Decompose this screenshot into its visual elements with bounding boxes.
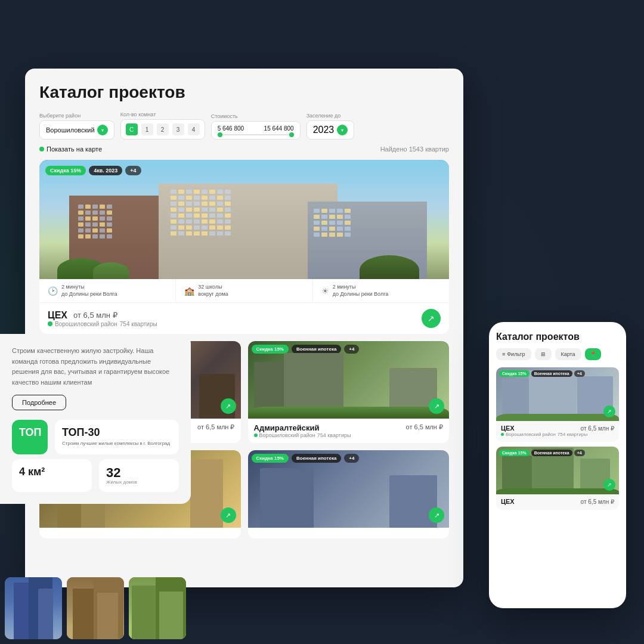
mobile-location-btn[interactable]: 📍 — [585, 348, 601, 360]
small-tag-more-2: +4 — [344, 345, 359, 354]
bottom-photo-2 — [67, 577, 124, 639]
gold-tower-3 — [97, 593, 118, 639]
room-btn-3[interactable]: 3 — [172, 123, 184, 135]
district-select[interactable]: Ворошиловский ▾ — [39, 120, 114, 140]
main-property-card[interactable]: Скидка 15% 4кв. 2023 +4 🕑 2 минуты до До… — [39, 160, 449, 334]
small-card-4-body — [248, 528, 450, 538]
main-property-tags: Скидка 15% 4кв. 2023 +4 — [45, 166, 141, 175]
small-card-4-image: Скидка 15% Военная ипотека +4 ↗ — [248, 450, 450, 528]
chip-schools-line2: вокруг дома — [198, 291, 228, 298]
discount-tag: Скидка 15% — [45, 166, 86, 175]
price-label: Стоимость — [211, 113, 301, 119]
location-icon: 📍 — [590, 351, 596, 357]
mobile-prop-1-body: ЦЕХ от 6,5 млн ₽ Ворошиловский район 754… — [496, 421, 619, 442]
card4-building1 — [260, 468, 314, 528]
mobile-prop-2-name: ЦЕХ — [501, 498, 515, 505]
small-card-3-body — [39, 528, 241, 538]
stats-row-2: 4 км² 32 Жилых домов — [12, 459, 179, 492]
small-card-4[interactable]: Скидка 15% Военная ипотека +4 ↗ — [248, 450, 450, 538]
year-filter[interactable]: 2023 ▾ — [306, 120, 354, 140]
property-info-strip: 🕑 2 минуты до Долины реки Волга 🏫 32 шко… — [39, 279, 449, 303]
year-filter-group: Заселение до 2023 ▾ — [306, 113, 354, 140]
mobile-prop-1-name: ЦЕХ — [501, 425, 515, 432]
room-btn-2[interactable]: 2 — [157, 123, 169, 135]
small-card-2-body: Адмиралтейский от 6,5 млн ₽ Ворошиловски… — [248, 419, 450, 443]
mobile-prop-card-1[interactable]: Скидка 15% Военная ипотека +4 ↗ ЦЕХ от 6… — [496, 367, 619, 442]
card3-building3 — [190, 459, 223, 528]
rooms-filter-group: Кол-во комнат С 1 2 3 4 — [120, 112, 205, 140]
filter-bar: Выберите район Ворошиловский ▾ Кол-во ко… — [39, 112, 449, 140]
mobile-map-btn[interactable]: Карта — [555, 348, 581, 360]
houses-card: 32 Жилых домов — [99, 459, 179, 492]
mobile-filter-btn[interactable]: ≡ Фильтр — [496, 348, 531, 360]
area-value: 4 км² — [19, 466, 85, 477]
quarter-tag: 4кв. 2023 — [89, 166, 122, 175]
small-card-2-image: Скидка 15% Военная ипотека +4 ↗ — [248, 341, 450, 419]
card2-trees — [248, 407, 450, 419]
main-property-arrow-btn[interactable]: ↗ — [422, 309, 441, 328]
mobile-prop-1-meta: Ворошиловский район 754 квартиры — [501, 432, 614, 437]
rooms-filter: С 1 2 3 4 — [120, 119, 205, 140]
small-tag-discount-2: Скидка 15% — [252, 345, 289, 354]
mobile-prop-card-2[interactable]: Скидка 15% Военная ипотека +4 ↗ ЦЕХ от 6… — [496, 447, 619, 510]
mobile-district-1: Ворошиловский район — [506, 432, 556, 437]
building-illustration — [39, 160, 449, 279]
details-button[interactable]: Подробнее — [12, 395, 66, 410]
tree-2 — [93, 262, 129, 279]
clock-icon: 🕑 — [48, 286, 58, 296]
small-tag-discount-4: Скидка 15% — [252, 454, 289, 463]
top30-value: ТОП-30 — [62, 427, 172, 438]
mob-tag-mortgage-2: Военная ипотека — [531, 450, 572, 456]
show-map-button[interactable]: Показать на карте — [39, 145, 102, 153]
district-label: Выберите район — [39, 113, 114, 119]
desktop-card: Каталог проектов Выберите район Ворошило… — [25, 69, 463, 587]
mobile-prop-1-price: от 6,5 млн ₽ — [581, 425, 614, 432]
grid-icon: ⊞ — [541, 351, 546, 357]
mob-tag-discount-1: Скидка 15% — [499, 370, 530, 377]
year-label: Заселение до — [306, 113, 354, 119]
main-property-image: Скидка 15% 4кв. 2023 +4 — [39, 160, 449, 279]
green-tower-1 — [132, 586, 159, 639]
small-card-4-arrow[interactable]: ↗ — [429, 507, 444, 523]
room-btn-1[interactable]: 1 — [141, 123, 153, 135]
district-filter-group: Выберите район Ворошиловский ▾ — [39, 113, 114, 140]
mobile-page-title: Каталог проектов — [496, 332, 619, 342]
small-card-2-meta: Ворошиловский район 754 квартиры — [254, 432, 444, 438]
small-card-2-name: Адмиралтейский — [254, 423, 320, 432]
mobile-grid-btn[interactable]: ⊞ — [535, 348, 552, 360]
top-badge-text: ТОП — [19, 427, 41, 438]
room-btn-studio[interactable]: С — [126, 123, 138, 135]
small-card-1-arrow[interactable]: ↗ — [221, 398, 236, 414]
small-card-2[interactable]: Скидка 15% Военная ипотека +4 ↗ Адмиралт… — [248, 341, 450, 443]
houses-label: Жилых домов — [106, 479, 172, 485]
info-chip-schools: 🏫 32 школы вокруг дома — [176, 279, 312, 302]
mobile-card-1-arrow[interactable]: ↗ — [603, 405, 615, 417]
chip-sun-line1: 2 минуты — [333, 284, 389, 291]
show-map-label: Показать на карте — [47, 145, 102, 153]
price-slider — [218, 134, 294, 135]
year-value: 2023 — [313, 125, 335, 135]
mobile-apts-1: 754 квартиры — [558, 432, 587, 437]
small-card-2-dot — [254, 434, 258, 437]
mobile-prop-2-price: от 6,5 млн ₽ — [581, 499, 614, 505]
small-card-2-price: от 6,5 млн ₽ — [406, 423, 443, 431]
chip-time1-line1: 2 минуты — [61, 284, 117, 291]
mobile-card-2-arrow[interactable]: ↗ — [603, 479, 615, 491]
page-title: Каталог проектов — [39, 83, 449, 102]
price-slider-fill — [218, 134, 294, 135]
found-count: Найдено 1543 квартир — [380, 145, 449, 153]
mobile-prop-1-image: Скидка 15% Военная ипотека +4 ↗ — [496, 367, 619, 421]
location-dot-icon — [48, 321, 52, 326]
small-card-2-tags: Скидка 15% Военная ипотека +4 — [252, 345, 360, 354]
mobile-card-1-tags: Скидка 15% Военная ипотека +4 — [499, 370, 585, 377]
chip-schools-line1: 32 школы — [198, 284, 228, 291]
main-property-district: Ворошиловский район — [55, 321, 117, 327]
room-btn-4[interactable]: 4 — [188, 123, 200, 135]
gold-tower-1 — [73, 589, 97, 639]
small-card-3-arrow[interactable]: ↗ — [221, 507, 236, 523]
mb2-trees — [496, 488, 619, 494]
price-filter[interactable]: 5 646 800 15 644 800 — [211, 121, 301, 140]
main-property-price: от 6,5 млн ₽ — [73, 311, 117, 320]
mobile-card: Каталог проектов ≡ Фильтр ⊞ Карта 📍 — [489, 322, 626, 608]
mobile-prop-2-body: ЦЕХ от 6,5 млн ₽ — [496, 494, 619, 510]
